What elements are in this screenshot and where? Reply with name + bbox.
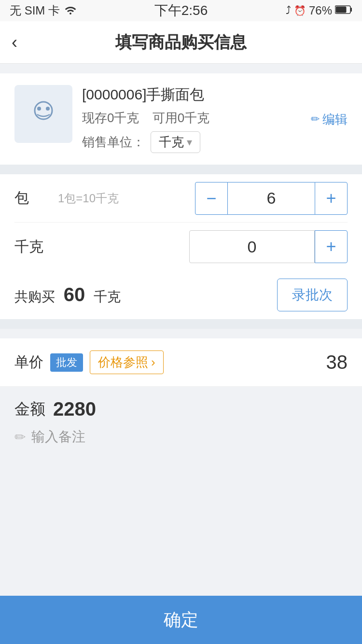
stock-text: 现存0千克 <box>82 111 139 125</box>
confirm-button[interactable]: 确定 <box>0 596 362 644</box>
battery-icon <box>335 4 352 17</box>
edit-icon: ✏ <box>311 113 320 126</box>
svg-rect-1 <box>350 8 352 12</box>
amount-value: 2280 <box>53 398 96 420</box>
status-time: 下午2:56 <box>154 1 208 20</box>
separator-1 <box>0 165 362 174</box>
battery-text: 76% <box>309 4 332 17</box>
amount-section: 金额 2280 ✏ 输入备注 <box>0 387 362 456</box>
total-text: 共购买 60 千克 <box>14 284 121 306</box>
price-ref-button[interactable]: 价格参照 › <box>90 350 164 374</box>
product-image <box>14 85 72 143</box>
product-unit-row: 销售单位： 千克 ▾ <box>82 131 348 153</box>
amount-label: 金额 <box>14 399 45 420</box>
nav-bar: ‹ 填写商品购买信息 <box>0 21 362 64</box>
status-bar: 无 SIM 卡 下午2:56 ⤴ ⏰ 76% <box>0 0 362 21</box>
chevron-down-icon: ▾ <box>187 136 192 149</box>
total-value: 60 <box>64 284 85 305</box>
separator-2 <box>0 319 362 329</box>
back-button[interactable]: ‹ <box>12 32 17 53</box>
status-carrier: 无 SIM 卡 <box>10 3 77 18</box>
kg-controls: + <box>189 230 348 263</box>
bao-kg-inputs: 包 1包=10千克 − + 千克 + <box>0 174 362 271</box>
kg-label: 千克 <box>14 237 53 257</box>
amount-row: 金额 2280 <box>14 398 348 420</box>
bao-controls: − + <box>195 182 348 215</box>
bao-label: 包 <box>14 188 53 208</box>
bao-input-row: 包 1包=10千克 − + <box>14 174 348 223</box>
total-label: 共购买 <box>14 289 55 304</box>
svg-rect-2 <box>336 7 347 13</box>
total-row: 共购买 60 千克 录批次 <box>0 271 362 319</box>
remark-row[interactable]: ✏ 输入备注 <box>14 428 348 446</box>
bao-quantity-input[interactable] <box>228 182 315 215</box>
wifi-icon <box>64 4 77 17</box>
empty-space <box>0 456 362 620</box>
available-text: 可用0千克 <box>153 111 209 125</box>
pencil-icon: ✏ <box>14 429 26 445</box>
unit-label: 销售单位： <box>82 134 145 151</box>
alarm-icon: ⏰ <box>294 5 306 16</box>
edit-button[interactable]: ✏ 编辑 <box>311 111 348 127</box>
bao-plus-button[interactable]: + <box>315 182 348 215</box>
location-icon: ⤴ <box>286 4 291 17</box>
kg-plus-button[interactable]: + <box>315 230 348 263</box>
unit-select-value: 千克 <box>159 134 184 151</box>
product-card: [0000006]手撕面包 现存0千克 可用0千克 销售单位： 千克 ▾ ✏ 编… <box>0 73 362 165</box>
bao-hint: 1包=10千克 <box>58 191 195 206</box>
total-unit: 千克 <box>94 289 121 304</box>
edit-label: 编辑 <box>322 111 348 127</box>
page-title: 填写商品购买信息 <box>115 31 247 54</box>
svg-point-4 <box>37 107 41 111</box>
product-name: [0000006]手撕面包 <box>82 85 348 105</box>
product-logo <box>27 100 60 128</box>
carrier-text: 无 SIM 卡 <box>10 3 60 18</box>
price-ref-label: 价格参照 <box>98 354 148 371</box>
bao-minus-button[interactable]: − <box>195 182 228 215</box>
price-label: 单价 <box>14 352 43 372</box>
price-section: 单价 批发 价格参照 › 38 <box>0 338 362 387</box>
price-tag: 批发 <box>50 353 83 372</box>
product-stock: 现存0千克 可用0千克 <box>82 110 348 126</box>
remark-placeholder: 输入备注 <box>31 428 85 446</box>
status-right: ⤴ ⏰ 76% <box>286 4 352 17</box>
chevron-right-icon: › <box>151 355 155 370</box>
price-value: 38 <box>326 351 348 373</box>
unit-select[interactable]: 千克 ▾ <box>151 131 200 153</box>
kg-input-row: 千克 + <box>14 223 348 271</box>
kg-quantity-input[interactable] <box>189 230 315 263</box>
product-info: [0000006]手撕面包 现存0千克 可用0千克 销售单位： 千克 ▾ <box>82 85 348 153</box>
batch-button[interactable]: 录批次 <box>277 279 348 311</box>
svg-point-5 <box>46 107 50 111</box>
